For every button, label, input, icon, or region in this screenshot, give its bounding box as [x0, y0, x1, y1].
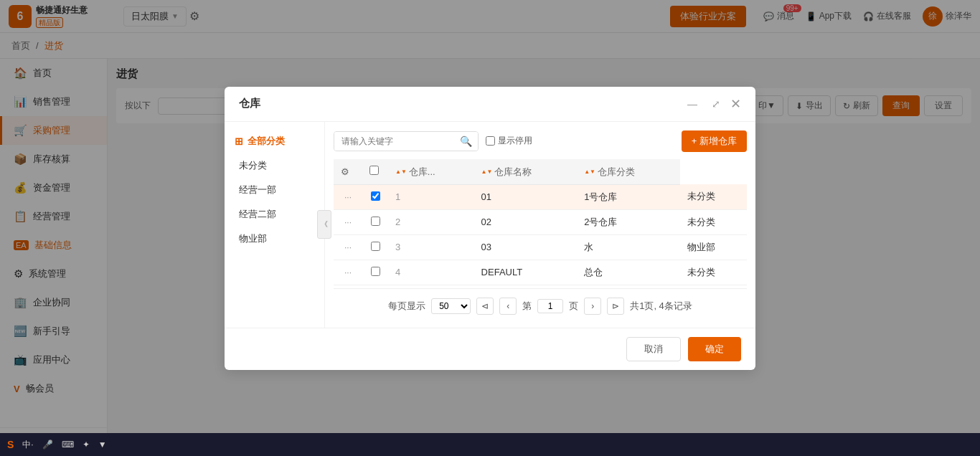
row-category-cell: 未分类	[680, 209, 747, 234]
show-disabled-label: 显示停用	[486, 135, 532, 147]
row-category-cell: 未分类	[680, 260, 747, 285]
row-settings-cell[interactable]: ···	[334, 184, 362, 209]
row-num-cell: 3	[388, 234, 474, 260]
modal-close-button[interactable]: ✕	[730, 98, 741, 110]
row-name-cell: 水	[577, 234, 680, 260]
show-disabled-checkbox[interactable]	[486, 136, 495, 146]
th-settings: ⚙	[334, 159, 362, 185]
row-num-cell: 2	[388, 209, 474, 234]
modal-footer: 取消 确定	[225, 328, 755, 370]
modal-pagination: 每页显示 50 20 100 ⊲ ‹ 第 页 › ⊳ 共1页, 4条记录	[334, 288, 747, 319]
category-item-0[interactable]: 未分类	[225, 153, 324, 178]
th-code: ▲▼ 仓库...	[388, 159, 474, 185]
row-check-cell[interactable]	[362, 234, 388, 260]
taskbar-lang[interactable]: 中·	[22, 439, 33, 451]
page-label: 第	[522, 300, 532, 313]
row-check-cell[interactable]	[362, 209, 388, 234]
table-head: ⚙ ▲▼ 仓库...	[334, 159, 747, 185]
page-input[interactable]	[537, 299, 563, 313]
grid-icon: ⊞	[235, 136, 243, 147]
row-settings-cell[interactable]: ···	[334, 260, 362, 285]
row-code-cell: DEFAULT	[474, 260, 578, 285]
row-num-cell: 4	[388, 260, 474, 285]
per-page-label: 每页显示	[388, 300, 425, 313]
modal-title: 仓库	[239, 97, 260, 110]
row-num-cell: 1	[388, 184, 474, 209]
table-row[interactable]: ··· 2 02 2号仓库 未分类	[334, 209, 747, 234]
warehouse-table-wrap: ⚙ ▲▼ 仓库...	[334, 159, 747, 285]
row-check-cell[interactable]	[362, 260, 388, 285]
search-icon: 🔍	[460, 136, 472, 147]
per-page-select[interactable]: 50 20 100	[431, 298, 471, 314]
category-item-2[interactable]: 经营二部	[225, 202, 324, 227]
modal-right-panel: 🔍 显示停用 + 新增仓库 ⚙	[325, 122, 755, 328]
total-info: 共1页, 4条记录	[630, 300, 692, 313]
modal-maximize-button[interactable]: ⤢	[707, 97, 725, 111]
add-warehouse-button[interactable]: + 新增仓库	[682, 130, 747, 152]
taskbar-mic[interactable]: 🎤	[42, 440, 53, 450]
category-sidebar: ⊞ 全部分类 未分类 经营一部 经营二部 物业部 《	[225, 122, 325, 328]
taskbar-bottom: S 中· 🎤 ⌨ ✦ ▼	[0, 433, 980, 456]
modal-overlay: 仓库 — ⤢ ✕ ⊞ 全部分类 未分类 经营一部	[0, 0, 980, 456]
first-page-button[interactable]: ⊲	[476, 298, 494, 315]
th-check	[362, 159, 388, 185]
category-item-1[interactable]: 经营一部	[225, 178, 324, 202]
search-input-wrap: 🔍	[334, 131, 479, 151]
taskbar-star[interactable]: ✦	[83, 440, 90, 450]
row-category-cell: 物业部	[680, 234, 747, 260]
table-row[interactable]: ··· 4 DEFAULT 总仓 未分类	[334, 260, 747, 285]
row-code-cell: 02	[474, 209, 578, 234]
modal-body: ⊞ 全部分类 未分类 经营一部 经营二部 物业部 《	[225, 122, 755, 328]
row-checkbox[interactable]	[371, 217, 380, 226]
row-settings-cell[interactable]: ···	[334, 209, 362, 234]
warehouse-modal: 仓库 — ⤢ ✕ ⊞ 全部分类 未分类 经营一部	[225, 87, 755, 370]
row-checkbox[interactable]	[371, 267, 380, 276]
table-row[interactable]: ··· 3 03 水 物业部	[334, 234, 747, 260]
row-settings-cell[interactable]: ···	[334, 234, 362, 260]
search-input[interactable]	[334, 132, 478, 151]
row-code-cell: 03	[474, 234, 578, 260]
prev-page-button[interactable]: ‹	[499, 298, 517, 315]
row-checkbox[interactable]	[371, 242, 380, 251]
select-all-checkbox[interactable]	[369, 166, 379, 175]
th-name: ▲▼ 仓库名称	[474, 159, 578, 185]
modal-header-actions: — ⤢ ✕	[683, 97, 741, 111]
table-body: ··· 1 01 1号仓库 未分类 ··· 2 02 2号仓库 未分类 ··· …	[334, 184, 747, 285]
row-name-cell: 总仓	[577, 260, 680, 285]
modal-search-bar: 🔍 显示停用 + 新增仓库	[334, 130, 747, 152]
collapse-button[interactable]: 《	[317, 210, 331, 239]
row-name-cell: 2号仓库	[577, 209, 680, 234]
row-category-cell: 未分类	[680, 184, 747, 209]
taskbar-s-icon: S	[7, 439, 14, 450]
page-end-label: 页	[569, 300, 578, 313]
category-all-header[interactable]: ⊞ 全部分类	[225, 129, 324, 153]
warehouse-table: ⚙ ▲▼ 仓库...	[334, 159, 747, 285]
next-page-button[interactable]: ›	[584, 298, 601, 315]
row-checkbox[interactable]	[371, 191, 380, 201]
category-item-3[interactable]: 物业部	[225, 227, 324, 251]
modal-minimize-button[interactable]: —	[683, 97, 702, 111]
row-code-cell: 01	[474, 184, 578, 209]
confirm-button[interactable]: 确定	[688, 337, 741, 361]
cancel-button[interactable]: 取消	[626, 337, 681, 361]
modal-header: 仓库 — ⤢ ✕	[225, 87, 755, 122]
row-name-cell: 1号仓库	[577, 184, 680, 209]
row-check-cell[interactable]	[362, 184, 388, 209]
taskbar-arrow[interactable]: ▼	[98, 440, 107, 450]
taskbar-keyboard[interactable]: ⌨	[62, 440, 74, 450]
category-all-label: 全部分类	[248, 135, 285, 148]
last-page-button[interactable]: ⊳	[607, 298, 624, 315]
table-row[interactable]: ··· 1 01 1号仓库 未分类	[334, 184, 747, 209]
th-category: ▲▼ 仓库分类	[577, 159, 680, 185]
